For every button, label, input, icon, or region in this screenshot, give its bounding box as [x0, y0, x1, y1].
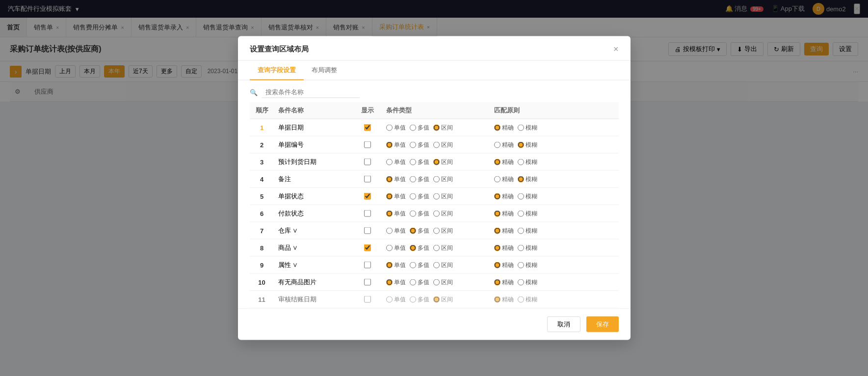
modal-close-button[interactable]: × — [613, 44, 619, 54]
modal-title: 设置查询区域布局 — [250, 45, 309, 54]
modal-tab-query-fields-label: 查询字段设置 — [258, 66, 296, 74]
modal-tab-layout[interactable]: 布局调整 — [304, 61, 345, 81]
settings-modal: 设置查询区域布局 × 查询字段设置 布局调整 🔍 顺序 条件名称 显示 条件类型… — [238, 36, 631, 102]
search-input[interactable] — [262, 86, 360, 98]
search-icon: 🔍 — [250, 88, 258, 96]
modal-tabs: 查询字段设置 布局调整 — [238, 61, 631, 81]
modal-header: 设置查询区域布局 × — [238, 36, 631, 61]
modal-tab-query-fields[interactable]: 查询字段设置 — [250, 61, 304, 81]
modal-tab-layout-label: 布局调整 — [312, 66, 337, 74]
modal-search-area: 🔍 — [238, 81, 631, 102]
